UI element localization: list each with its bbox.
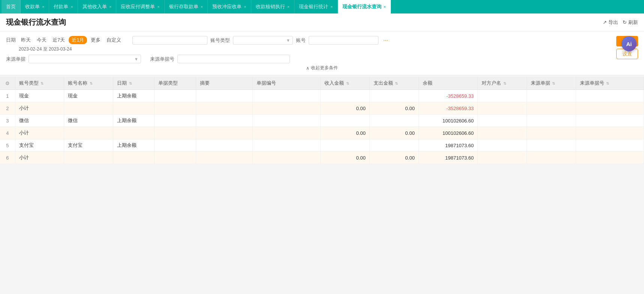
- cell-account-type: 支付宝: [15, 139, 64, 152]
- nav-tab-collection-execution[interactable]: 收款核销执行 ×: [251, 0, 294, 13]
- date-opt-today[interactable]: 今天: [35, 36, 49, 44]
- close-icon[interactable]: ×: [244, 4, 246, 9]
- more-options-button[interactable]: ···: [381, 37, 389, 44]
- account-type-input[interactable]: [132, 36, 207, 45]
- account-type-select[interactable]: ▾: [233, 36, 293, 45]
- date-opt-yesterday[interactable]: 昨天: [19, 36, 33, 44]
- close-icon[interactable]: ×: [157, 4, 159, 9]
- source-doc-num-label: 来源单据号: [150, 56, 174, 63]
- cell-account-name: [64, 152, 113, 164]
- col-doc-type[interactable]: 单据类型: [155, 77, 196, 90]
- table-row[interactable]: 5 支付宝 支付宝 上期余额 19871073.60: [0, 139, 644, 152]
- account-label: 账号: [296, 37, 306, 44]
- date-opt-more[interactable]: 更多: [89, 36, 103, 44]
- source-doc-select[interactable]: ▾: [29, 55, 141, 63]
- close-icon[interactable]: ×: [71, 4, 73, 9]
- cell-doc-no: [252, 139, 320, 152]
- sort-icon: ⇅: [606, 81, 609, 85]
- source-doc-num-input[interactable]: [177, 55, 290, 63]
- account-input[interactable]: [309, 36, 378, 45]
- date-filter-label: 日期: [6, 37, 16, 43]
- cell-summary: [196, 102, 252, 115]
- export-icon: ↗: [603, 19, 607, 25]
- col-summary[interactable]: 摘要: [196, 77, 252, 90]
- cell-counterpart: [477, 127, 527, 139]
- cell-income: 0.00: [320, 102, 369, 115]
- source-doc-label: 来源单据: [6, 56, 26, 63]
- col-income[interactable]: 收入金额 ⇅: [320, 77, 369, 90]
- col-balance[interactable]: 余额: [419, 77, 477, 90]
- close-icon[interactable]: ×: [330, 4, 333, 9]
- col-date[interactable]: 日期 ⇅: [113, 77, 155, 90]
- nav-tab-ar-ap-adjustment[interactable]: 应收应付调整单 ×: [116, 0, 164, 13]
- nav-tab-cash-bank-statistics[interactable]: 现金银行统计 ×: [294, 0, 338, 13]
- page-header: 现金银行流水查询 ↗ 导出 ↻ 刷新: [0, 13, 644, 31]
- cell-income: [320, 90, 369, 102]
- table-row[interactable]: 3 微信 微信 上期余额 100102606.60: [0, 115, 644, 127]
- col-account-name[interactable]: 账号名称 ⇅: [64, 77, 113, 90]
- nav-tab-label: 现金银行流水查询: [342, 3, 381, 10]
- date-opt-custom[interactable]: 自定义: [104, 36, 123, 44]
- cell-row-num: 4: [0, 127, 15, 139]
- nav-tab-cash-bank-flow[interactable]: 现金银行流水查询 ×: [338, 0, 391, 13]
- nav-tab-advance-offset[interactable]: 预收冲应收单 ×: [208, 0, 251, 13]
- cell-row-num: 6: [0, 152, 15, 164]
- cell-source-doc-no: [576, 127, 644, 139]
- cell-expense: 0.00: [369, 152, 419, 164]
- cell-row-num: 1: [0, 90, 15, 102]
- col-source-doc[interactable]: 来源单据 ⇅: [527, 77, 576, 90]
- header-actions: ↗ 导出 ↻ 刷新: [603, 19, 638, 26]
- cell-source-doc-no: [576, 152, 644, 164]
- col-account-type[interactable]: 账号类型 ⇅: [15, 77, 64, 90]
- refresh-button[interactable]: ↻ 刷新: [623, 19, 638, 26]
- collapse-button[interactable]: ∧ 收起更多条件: [306, 65, 338, 71]
- close-icon[interactable]: ×: [201, 4, 203, 9]
- cell-doc-no: [252, 90, 320, 102]
- cell-counterpart: [477, 102, 527, 115]
- table-row[interactable]: 1 现金 现金 上期余额 -3528659.33: [0, 90, 644, 102]
- close-icon[interactable]: ×: [109, 4, 111, 9]
- close-icon[interactable]: ×: [42, 4, 44, 9]
- ai-assistant-button[interactable]: Ai: [621, 36, 636, 51]
- date-opt-1month[interactable]: 近1月: [69, 36, 87, 44]
- cell-row-num: 2: [0, 102, 15, 115]
- nav-tab-other-income[interactable]: 其他收入单 ×: [78, 0, 116, 13]
- nav-tab-label: 应收应付调整单: [121, 3, 155, 10]
- table-row[interactable]: 2 小计 0.00 0.00 -3528659.33: [0, 102, 644, 115]
- cell-doc-type: [155, 127, 196, 139]
- cell-account-name: 微信: [64, 115, 113, 127]
- table-row[interactable]: 6 小计 0.00 0.00 19871073.60: [0, 152, 644, 164]
- cell-date: [113, 152, 155, 164]
- nav-tab-receipts[interactable]: 收款单 ×: [21, 0, 49, 13]
- source-doc-section: 来源单据 ▾: [6, 55, 141, 63]
- nav-tab-home[interactable]: 首页: [2, 0, 21, 13]
- table-row[interactable]: 4 小计 0.00 0.00 100102606.60: [0, 127, 644, 139]
- col-doc-no[interactable]: 单据编号: [252, 77, 320, 90]
- cell-balance: 100102606.60: [419, 115, 477, 127]
- cell-account-type: 小计: [15, 152, 64, 164]
- refresh-icon: ↻: [623, 19, 627, 25]
- nav-tab-bank-deposit[interactable]: 银行存取款单 ×: [165, 0, 208, 13]
- cell-doc-no: [252, 115, 320, 127]
- close-icon[interactable]: ×: [384, 4, 386, 9]
- cell-account-name: [64, 127, 113, 139]
- col-gear[interactable]: ⚙: [0, 77, 15, 90]
- date-options: 昨天 今天 近7天 近1月 更多 自定义: [19, 36, 123, 44]
- export-button[interactable]: ↗ 导出: [603, 19, 618, 26]
- cell-date: [113, 102, 155, 115]
- cell-balance: -3528659.33: [419, 90, 477, 102]
- cell-source-doc: [527, 139, 576, 152]
- cell-summary: [196, 139, 252, 152]
- cell-source-doc: [527, 115, 576, 127]
- cell-source-doc: [527, 90, 576, 102]
- cell-account-type: 小计: [15, 102, 64, 115]
- cell-source-doc: [527, 102, 576, 115]
- close-icon[interactable]: ×: [287, 4, 290, 9]
- col-expense[interactable]: 支出金额 ⇅: [369, 77, 419, 90]
- nav-tab-label: 收款核销执行: [256, 3, 285, 10]
- nav-tab-payments[interactable]: 付款单 ×: [49, 0, 78, 13]
- col-source-doc-no[interactable]: 来源单据号 ⇅: [576, 77, 644, 90]
- date-opt-7days[interactable]: 近7天: [50, 36, 67, 44]
- cell-doc-type: [155, 102, 196, 115]
- col-counterpart[interactable]: 对方户名 ⇅: [477, 77, 527, 90]
